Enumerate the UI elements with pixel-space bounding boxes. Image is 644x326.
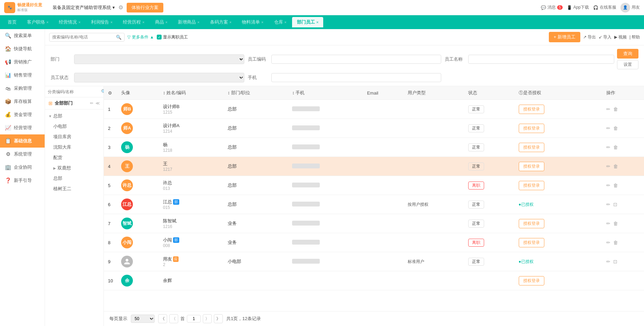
dept-node-xdept[interactable]: 小电部 — [45, 121, 103, 132]
close-icon[interactable]: × — [229, 20, 232, 24]
sidebar-item-operations[interactable]: 📈 经营管理 — [0, 121, 45, 134]
dept-node-delivery[interactable]: 配货 — [45, 152, 103, 163]
reset-button[interactable]: 设置 — [617, 60, 638, 69]
help-button[interactable]: | 帮助 — [629, 34, 640, 40]
tab-history[interactable]: 经营历程× — [118, 17, 149, 27]
tab-new-goods[interactable]: 新增商品× — [173, 17, 204, 27]
import-button[interactable]: ↙ 导入 — [599, 34, 611, 40]
more-filter-button[interactable]: ▽ 更多条件 ▲ — [127, 34, 154, 40]
search-input[interactable] — [52, 35, 115, 39]
trial-button[interactable]: 体验行业方案 — [127, 3, 163, 12]
view-button[interactable]: ▶ 视频 — [614, 34, 627, 40]
close-icon[interactable]: × — [46, 20, 48, 24]
close-icon[interactable]: × — [165, 20, 167, 24]
tab-customer[interactable]: 客户联络× — [22, 17, 53, 27]
col-settings[interactable]: ⚙ — [104, 86, 117, 100]
auth-button[interactable]: 授权登录 — [519, 105, 544, 114]
sidebar-item-basic[interactable]: 📋 基础信息 — [0, 134, 45, 148]
dept-node-shenyang[interactable]: 沈阳大库 — [45, 142, 103, 152]
sidebar-item-finance[interactable]: 💰 资金管理 — [0, 108, 45, 121]
auth-button[interactable]: 授权登录 — [519, 162, 544, 171]
search-submit-icon[interactable]: 🔍 — [116, 35, 121, 40]
sidebar-item-inventory[interactable]: 📦 库存核算 — [0, 95, 45, 108]
tab-home[interactable]: 首页 — [3, 17, 21, 27]
copy-icon[interactable]: ⊡ — [613, 202, 617, 207]
emp-code-input[interactable] — [271, 55, 442, 64]
emp-name-input[interactable] — [468, 55, 614, 64]
page-input[interactable] — [187, 315, 201, 323]
prev-page-button[interactable]: 〈 — [169, 314, 178, 323]
tab-employees[interactable]: 部门员工× — [292, 17, 323, 27]
auth-button[interactable]: 授权登录 — [519, 276, 544, 285]
edit-icon[interactable]: ✏ — [606, 221, 610, 226]
first-page-button[interactable]: 《 — [158, 314, 167, 323]
page-size-select[interactable]: 50 100 — [131, 315, 155, 323]
dept-node-project[interactable]: 项目库房 — [45, 132, 103, 142]
close-icon[interactable]: × — [284, 20, 287, 24]
add-employee-button[interactable]: + 新增员工 — [549, 32, 580, 42]
tab-operations[interactable]: 经营情况× — [54, 17, 85, 27]
tab-barcode[interactable]: 条码方案× — [205, 17, 236, 27]
edit-icon[interactable]: ✏ — [606, 202, 610, 207]
message-button[interactable]: 💬 消息 5 — [541, 5, 563, 10]
sidebar-item-sales[interactable]: 📊 销售管理 — [0, 69, 45, 82]
online-service-button[interactable]: 🎧 在线客服 — [593, 5, 616, 10]
delete-icon[interactable]: 🗑 — [613, 125, 618, 131]
delete-icon[interactable]: 🗑 — [613, 183, 618, 188]
auth-button[interactable]: 授权登录 — [519, 124, 544, 133]
tab-profit[interactable]: 利润报告× — [86, 17, 117, 27]
edit-icon[interactable]: ✏ — [606, 144, 610, 150]
sidebar-item-guide[interactable]: ❓ 新手引导 — [0, 174, 45, 187]
copy-icon[interactable]: ⊡ — [613, 259, 617, 264]
tab-bom[interactable]: 物料清单× — [237, 17, 268, 27]
close-icon[interactable]: × — [261, 20, 263, 24]
system-title[interactable]: 装备及固定资产辅助管理系统 ▾ — [53, 5, 115, 11]
close-icon[interactable]: × — [78, 20, 80, 24]
tab-warehouse[interactable]: 仓库× — [269, 17, 291, 27]
dept-node-shuanglu[interactable]: ▶ 双鹿想 — [45, 163, 103, 173]
auth-button[interactable]: 授权登录 — [519, 143, 544, 152]
close-icon[interactable]: × — [197, 20, 199, 24]
sidebar-item-purchase[interactable]: 🛍 采购管理 — [0, 82, 45, 95]
close-icon[interactable]: × — [110, 20, 112, 24]
dept-node-head[interactable]: ▼ 总部 — [45, 111, 103, 121]
collapse-icon[interactable]: ≪ — [96, 101, 100, 106]
sidebar-item-system[interactable]: ⚙ 系统管理 — [0, 148, 45, 161]
query-button[interactable]: 查询 — [617, 49, 638, 59]
auth-button[interactable]: 授权登录 — [519, 238, 544, 247]
edit-icon[interactable]: ✏ — [90, 101, 93, 106]
show-resigned-toggle[interactable]: ✓ 显示离职员工 — [157, 34, 188, 40]
dept-search-input[interactable] — [48, 89, 100, 94]
dept-node-head2[interactable]: 总部 — [45, 173, 103, 184]
dept-node-tree[interactable]: 植树王二 — [45, 184, 103, 194]
next-page-button[interactable]: 〉 — [203, 314, 212, 323]
tab-goods[interactable]: 商品× — [150, 17, 172, 27]
sidebar-item-enterprise[interactable]: 🏢 企业协同 — [0, 161, 45, 174]
close-icon[interactable]: × — [316, 20, 318, 24]
edit-icon[interactable]: ✏ — [606, 259, 610, 264]
delete-icon[interactable]: 🗑 — [613, 106, 618, 112]
export-button[interactable]: ↗ 导出 — [583, 34, 596, 40]
auth-button[interactable]: 授权登录 — [519, 219, 544, 228]
last-page-button[interactable]: 》 — [214, 314, 223, 323]
app-download-button[interactable]: 📱 App下载 — [567, 5, 589, 10]
phone-input[interactable] — [271, 73, 442, 82]
emp-status-select[interactable] — [74, 73, 244, 82]
edit-icon[interactable]: ✏ — [606, 106, 610, 112]
sidebar-item-marketing[interactable]: 📢 营销推广 — [0, 55, 45, 69]
sidebar-item-search[interactable]: 🔍 搜索菜单 — [0, 29, 45, 42]
all-dept-label[interactable]: 全部部门 — [55, 100, 88, 106]
gear-icon[interactable]: ⚙ — [118, 4, 123, 11]
dept-select[interactable] — [74, 54, 244, 64]
sidebar-item-shortcut[interactable]: 🏠 快捷导航 — [0, 42, 45, 55]
user-button[interactable]: 👤 用友 — [620, 3, 640, 12]
edit-icon[interactable]: ✏ — [606, 240, 610, 245]
delete-icon[interactable]: 🗑 — [613, 144, 618, 150]
auth-button[interactable]: 授权登录 — [519, 181, 544, 190]
edit-icon[interactable]: ✏ — [606, 125, 610, 131]
edit-icon[interactable]: ✏ — [606, 164, 610, 169]
delete-icon[interactable]: 🗑 — [613, 240, 618, 245]
delete-icon[interactable]: 🗑 — [613, 221, 618, 226]
close-icon[interactable]: × — [142, 20, 144, 24]
delete-icon[interactable]: 🗑 — [613, 164, 618, 169]
